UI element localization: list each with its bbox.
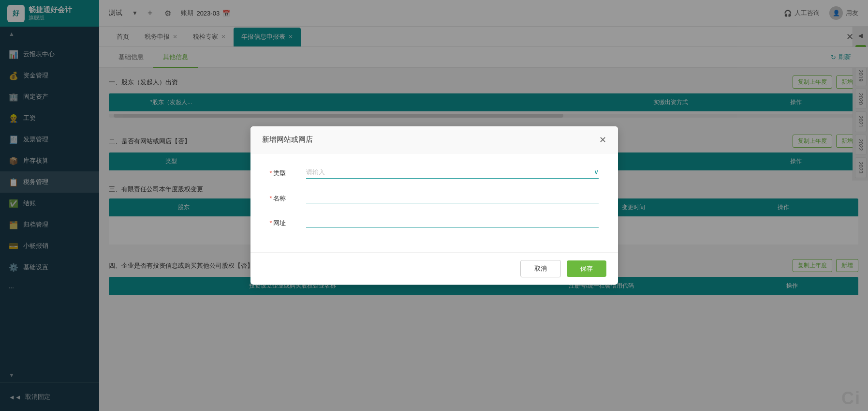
field-label-name: *名称 [270, 194, 299, 203]
field-label-type: *类型 [270, 169, 299, 178]
name-input[interactable] [306, 193, 599, 200]
dialog-footer: 取消 保存 [250, 252, 618, 285]
dialog-header: 新增网站或网店 ✕ [250, 126, 618, 153]
dialog-save-btn[interactable]: 保存 [567, 260, 606, 277]
type-dropdown-icon[interactable]: ∨ [594, 168, 599, 176]
modal-overlay: 新增网站或网店 ✕ *类型 ∨ *名称 [0, 0, 868, 411]
type-input[interactable] [306, 168, 594, 176]
url-input[interactable] [306, 218, 599, 225]
dialog-cancel-btn[interactable]: 取消 [520, 260, 561, 277]
dialog-title: 新增网站或网店 [262, 135, 313, 144]
add-website-dialog: 新增网站或网店 ✕ *类型 ∨ *名称 [250, 126, 618, 285]
form-row-url: *网址 [270, 218, 599, 228]
name-input-wrap [306, 193, 599, 203]
required-mark-type: * [270, 169, 272, 177]
required-mark-url: * [270, 219, 272, 227]
form-row-name: *名称 [270, 193, 599, 203]
type-input-wrap: ∨ [306, 168, 599, 179]
form-row-type: *类型 ∨ [270, 168, 599, 179]
url-input-wrap [306, 218, 599, 228]
dialog-close-btn[interactable]: ✕ [599, 136, 606, 144]
field-label-url: *网址 [270, 219, 299, 228]
dialog-body: *类型 ∨ *名称 *网址 [250, 153, 618, 252]
required-mark-name: * [270, 195, 272, 202]
